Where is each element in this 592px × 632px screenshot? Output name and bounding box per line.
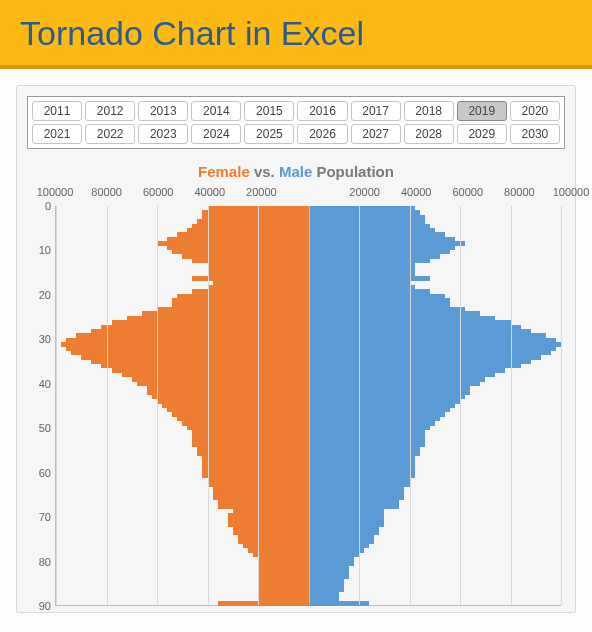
chart-title: Female vs. Male Population xyxy=(27,163,565,180)
year-button-2012[interactable]: 2012 xyxy=(85,101,135,121)
year-button-2028[interactable]: 2028 xyxy=(404,124,454,144)
x-tick-label: 60000 xyxy=(143,186,174,198)
year-button-2026[interactable]: 2026 xyxy=(297,124,347,144)
y-tick-label: 10 xyxy=(39,244,51,256)
plot-area xyxy=(55,206,561,606)
year-button-2030[interactable]: 2030 xyxy=(510,124,560,144)
x-tick-label: 20000 xyxy=(246,186,277,198)
y-tick-label: 30 xyxy=(39,333,51,345)
y-tick-label: 90 xyxy=(39,600,51,612)
x-tick-label: 80000 xyxy=(91,186,122,198)
x-tick-label: 100000 xyxy=(37,186,74,198)
year-row: 2011201220132014201520162017201820192020 xyxy=(32,101,560,121)
year-button-2011[interactable]: 2011 xyxy=(32,101,82,121)
page-header: Tornado Chart in Excel xyxy=(0,0,592,69)
gridline-vertical xyxy=(410,206,411,605)
year-button-2020[interactable]: 2020 xyxy=(510,101,560,121)
y-tick-label: 50 xyxy=(39,422,51,434)
x-tick-label: 40000 xyxy=(195,186,226,198)
gridline-vertical xyxy=(460,206,461,605)
year-button-2016[interactable]: 2016 xyxy=(297,101,347,121)
page-title: Tornado Chart in Excel xyxy=(20,14,572,53)
year-row: 2021202220232024202520262027202820292030 xyxy=(32,124,560,144)
year-button-2022[interactable]: 2022 xyxy=(85,124,135,144)
x-tick-label: 60000 xyxy=(453,186,484,198)
year-button-2025[interactable]: 2025 xyxy=(244,124,294,144)
plot-wrap: 0102030405060708090 xyxy=(31,206,561,606)
legend-male: Male xyxy=(279,163,312,180)
year-button-2029[interactable]: 2029 xyxy=(457,124,507,144)
gridline-vertical xyxy=(157,206,158,605)
legend-female: Female xyxy=(198,163,250,180)
x-tick-label: 40000 xyxy=(401,186,432,198)
gridline-vertical xyxy=(359,206,360,605)
year-button-2021[interactable]: 2021 xyxy=(32,124,82,144)
x-axis-top: 1000008000060000400002000020000400006000… xyxy=(31,184,561,206)
gridline-vertical xyxy=(208,206,209,605)
gridline-vertical xyxy=(309,206,310,605)
year-button-2019[interactable]: 2019 xyxy=(457,101,507,121)
x-tick-label: 80000 xyxy=(504,186,535,198)
year-button-2017[interactable]: 2017 xyxy=(351,101,401,121)
year-button-2015[interactable]: 2015 xyxy=(244,101,294,121)
y-tick-label: 70 xyxy=(39,511,51,523)
y-tick-label: 60 xyxy=(39,467,51,479)
gridline-vertical xyxy=(561,206,562,605)
y-tick-label: 20 xyxy=(39,289,51,301)
gridline-vertical xyxy=(56,206,57,605)
chart-card: 2011201220132014201520162017201820192020… xyxy=(16,85,576,613)
gridline-vertical xyxy=(258,206,259,605)
y-tick-label: 80 xyxy=(39,556,51,568)
year-button-2027[interactable]: 2027 xyxy=(351,124,401,144)
year-button-2018[interactable]: 2018 xyxy=(404,101,454,121)
bar-male xyxy=(309,601,370,605)
year-button-2014[interactable]: 2014 xyxy=(191,101,241,121)
y-tick-label: 0 xyxy=(45,200,51,212)
x-tick-label: 20000 xyxy=(349,186,380,198)
year-button-2023[interactable]: 2023 xyxy=(138,124,188,144)
year-slicer: 2011201220132014201520162017201820192020… xyxy=(27,96,565,149)
gridline-vertical xyxy=(511,206,512,605)
year-button-2013[interactable]: 2013 xyxy=(138,101,188,121)
x-tick-label: 100000 xyxy=(553,186,590,198)
bar-female xyxy=(218,601,309,605)
gridline-vertical xyxy=(107,206,108,605)
y-axis: 0102030405060708090 xyxy=(31,206,55,606)
y-tick-label: 40 xyxy=(39,378,51,390)
year-button-2024[interactable]: 2024 xyxy=(191,124,241,144)
